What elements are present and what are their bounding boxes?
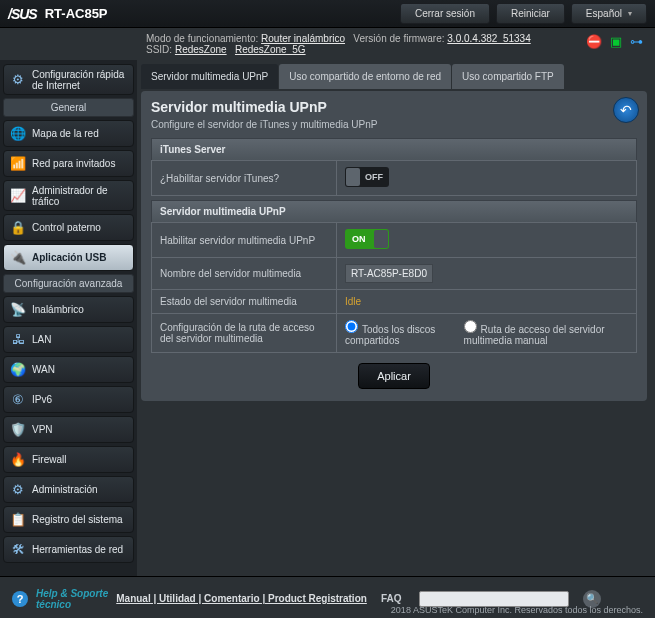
sidebar-item-label: Control paterno (32, 222, 101, 233)
fire-icon: 🔥 (10, 452, 26, 468)
tools-icon: 🛠 (10, 542, 26, 558)
reboot-button[interactable]: Reiniciar (496, 3, 565, 24)
row-label: Nombre del servidor multimedia (152, 258, 337, 290)
sidebar-item-firewall[interactable]: 🔥Firewall (3, 446, 134, 473)
help-icon[interactable]: ? (12, 591, 28, 607)
radio-manual[interactable] (464, 320, 477, 333)
chart-icon: 📈 (10, 188, 26, 204)
section-upnp: Servidor multimedia UPnP (151, 200, 637, 222)
apply-button[interactable]: Aplicar (358, 363, 430, 389)
sidebar-item-usbapp[interactable]: 🔌Aplicación USB (3, 244, 134, 271)
copyright: 2018 ASUSTeK Computer Inc. Reservados to… (391, 605, 643, 615)
sidebar-item-label: IPv6 (32, 394, 52, 405)
row-label: Configuración de la ruta de acceso del s… (152, 314, 337, 353)
sidebar-item-label: LAN (32, 334, 51, 345)
sidebar-item-label: Aplicación USB (32, 252, 106, 263)
row-label: ¿Habilitar servidor iTunes? (152, 161, 337, 196)
antenna-icon: 📡 (10, 302, 26, 318)
sidebar-item-guest[interactable]: 📶Red para invitados (3, 150, 134, 177)
status-icon-1[interactable]: ⛔ (586, 34, 602, 49)
sidebar: ⚙ Configuración rápida de Internet Gener… (0, 60, 137, 576)
back-button[interactable]: ↶ (613, 97, 639, 123)
sidebar-quick-setup[interactable]: ⚙ Configuración rápida de Internet (3, 64, 134, 95)
sidebar-item-admin[interactable]: ⚙Administración (3, 476, 134, 503)
gear-icon: ⚙ (10, 482, 26, 498)
sidebar-item-label: Inalámbrico (32, 304, 84, 315)
panel-title: Servidor multimedia UPnP (151, 99, 637, 115)
sidebar-item-netmap[interactable]: 🌐Mapa de la red (3, 120, 134, 147)
help-label: Help & Soportetécnico (36, 588, 108, 610)
sidebar-item-label: Administrador de tráfico (32, 185, 127, 207)
sidebar-item-label: VPN (32, 424, 53, 435)
itunes-table: ¿Habilitar servidor iTunes? OFF (151, 160, 637, 196)
itunes-toggle[interactable]: OFF (345, 167, 389, 187)
usb-icon: 🔌 (10, 250, 26, 266)
sidebar-item-label: Configuración rápida de Internet (32, 69, 127, 91)
sidebar-item-parental[interactable]: 🔒Control paterno (3, 214, 134, 241)
sidebar-item-label: WAN (32, 364, 55, 375)
upnp-table: Habilitar servidor multimedia UPnP ON No… (151, 222, 637, 353)
brand-logo: /SUS (8, 6, 37, 22)
toggle-label: OFF (365, 172, 383, 182)
shield-icon: 🛡️ (10, 422, 26, 438)
tab-ftp[interactable]: Uso compartido FTP (452, 64, 564, 89)
path-opt-manual[interactable]: Ruta de acceso del servidor multimedia m… (464, 320, 628, 346)
ssid-5[interactable]: RedesZone_5G (235, 44, 306, 55)
sidebar-item-traffic[interactable]: 📈Administrador de tráfico (3, 180, 134, 211)
footer-links[interactable]: Manual | Utilidad | Comentario | Product… (116, 593, 367, 604)
sidebar-item-label: Registro del sistema (32, 514, 123, 525)
model-label: RT-AC85P (45, 6, 108, 21)
tab-bar: Servidor multimedia UPnP Uso compartido … (141, 64, 647, 89)
server-status: Idle (345, 296, 361, 307)
sidebar-item-label: Administración (32, 484, 98, 495)
tab-netshare[interactable]: Uso compartido de entorno de red (279, 64, 451, 89)
sidebar-item-label: Mapa de la red (32, 128, 99, 139)
sidebar-item-vpn[interactable]: 🛡️VPN (3, 416, 134, 443)
server-name-input[interactable] (345, 264, 433, 283)
upnp-toggle[interactable]: ON (345, 229, 389, 249)
gear-icon: ⚙ (10, 72, 26, 88)
path-opt-all[interactable]: Todos los discos compartidos (345, 320, 452, 346)
info-bar: Modo de funcionamiento: Router inalámbri… (0, 28, 655, 60)
top-bar: /SUS RT-AC85P Cerrar sesión Reiniciar Es… (0, 0, 655, 28)
mode-label: Modo de funcionamiento: (146, 33, 258, 44)
usb-icon[interactable]: ⊶ (630, 34, 643, 49)
mode-value[interactable]: Router inalámbrico (261, 33, 345, 44)
globe-icon: 🌐 (10, 126, 26, 142)
panel-subtitle: Configure el servidor de iTunes y multim… (151, 119, 637, 130)
list-icon: 📋 (10, 512, 26, 528)
sidebar-item-syslog[interactable]: 📋Registro del sistema (3, 506, 134, 533)
faq-link[interactable]: FAQ (381, 593, 402, 604)
wifi-icon: 📶 (10, 156, 26, 172)
radio-label: Todos los discos compartidos (345, 324, 435, 346)
lan-icon: 🖧 (10, 332, 26, 348)
sidebar-item-nettools[interactable]: 🛠Herramientas de red (3, 536, 134, 563)
ipv6-icon: ⑥ (10, 392, 26, 408)
sidebar-item-label: Red para invitados (32, 158, 115, 169)
row-label: Estado del servidor multimedia (152, 290, 337, 314)
fw-value[interactable]: 3.0.0.4.382_51334 (447, 33, 530, 44)
content-panel: ↶ Servidor multimedia UPnP Configure el … (141, 91, 647, 401)
sidebar-item-wan[interactable]: 🌍WAN (3, 356, 134, 383)
lock-icon: 🔒 (10, 220, 26, 236)
sidebar-item-lan[interactable]: 🖧LAN (3, 326, 134, 353)
sidebar-item-ipv6[interactable]: ⑥IPv6 (3, 386, 134, 413)
sidebar-group-advanced: Configuración avanzada (3, 274, 134, 293)
toggle-label: ON (352, 234, 366, 244)
sidebar-item-label: Firewall (32, 454, 66, 465)
sidebar-group-general: General (3, 98, 134, 117)
language-select[interactable]: Español (571, 3, 647, 24)
sidebar-item-label: Herramientas de red (32, 544, 123, 555)
fw-label: Versión de firmware: (353, 33, 444, 44)
radio-all[interactable] (345, 320, 358, 333)
radio-label: Ruta de acceso del servidor multimedia m… (464, 324, 605, 346)
logout-button[interactable]: Cerrar sesión (400, 3, 490, 24)
ssid-label: SSID: (146, 44, 172, 55)
status-icon-2[interactable]: ▣ (610, 34, 622, 49)
tab-upnp[interactable]: Servidor multimedia UPnP (141, 64, 278, 89)
globe-icon: 🌍 (10, 362, 26, 378)
ssid-24[interactable]: RedesZone (175, 44, 227, 55)
sidebar-item-wireless[interactable]: 📡Inalámbrico (3, 296, 134, 323)
section-itunes: iTunes Server (151, 138, 637, 160)
row-label: Habilitar servidor multimedia UPnP (152, 223, 337, 258)
